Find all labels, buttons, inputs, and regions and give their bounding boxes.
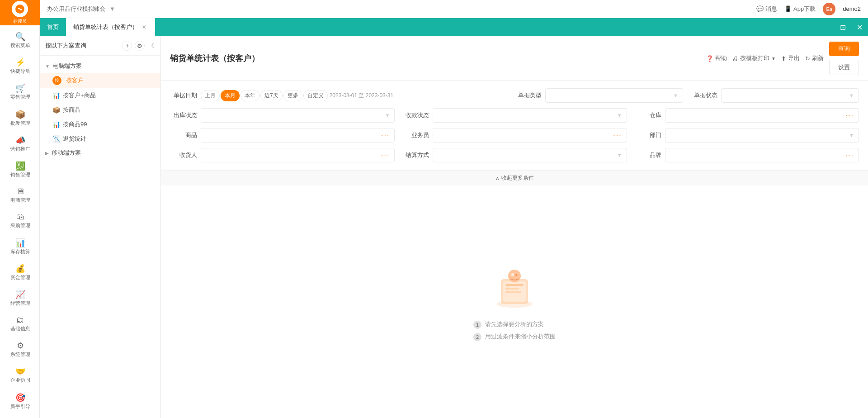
filter-doc-status-item: 单据状态 ▼ xyxy=(690,88,859,103)
by-goods-icon: 📦 xyxy=(52,106,60,114)
left-panel-actions: ＋ ⚙ 《 xyxy=(122,41,155,51)
empty-hint-2: 2 用过滤条件来缩小分析范围 xyxy=(473,332,556,341)
brand-control[interactable]: ··· xyxy=(665,148,859,162)
template-print-btn[interactable]: 🖨 按模板打印 ▼ xyxy=(732,54,776,62)
refresh-btn[interactable]: ↻ 刷新 xyxy=(805,54,824,62)
sidebar-item-sales[interactable]: 💹 销售管理 xyxy=(0,157,39,182)
desktop-group-header[interactable]: ▼ 电脑端方案 xyxy=(40,59,160,73)
sidebar-item-label-ecommerce: 电商管理 xyxy=(10,197,30,203)
tree-item-by-customer-goods[interactable]: 📊 按客户+商品 xyxy=(40,88,160,103)
export-btn[interactable]: ⬆ 导出 xyxy=(781,54,800,62)
sidebar-item-enterprise[interactable]: 🤝 企业协同 xyxy=(0,362,39,388)
sidebar-item-inventory[interactable]: 📊 库存核算 xyxy=(0,233,39,259)
tab-home-label: 首页 xyxy=(47,23,59,31)
filter-row-1: 单据日期 上月 本月 本年 近7天 更多 自定义 2023-03-01 至 20… xyxy=(170,88,859,103)
sidebar-item-label-purchase: 采购管理 xyxy=(10,223,30,228)
sidebar-item-label-sales: 销售管理 xyxy=(10,172,30,178)
main-area: 办公用品行业模拟账套 ▼ 💬 消息 📱 App下载 Ea demo2 首页 销货… xyxy=(40,0,868,418)
doc-type-label: 单据类型 xyxy=(514,91,542,100)
out-status-label: 出库状态 xyxy=(170,111,197,119)
current-year-btn[interactable]: 本年 xyxy=(241,90,259,101)
date-buttons: 上月 本月 本年 近7天 更多 自定义 xyxy=(201,90,328,101)
out-status-control[interactable]: ▼ xyxy=(201,108,395,123)
sidebar-item-system[interactable]: ⚙ 系统管理 xyxy=(0,336,39,362)
sidebar-item-wholesale[interactable]: 📦 批发管理 xyxy=(0,105,39,131)
doc-status-control[interactable]: ▼ xyxy=(721,88,859,103)
dropdown-arrow-icon[interactable]: ▼ xyxy=(109,5,115,12)
add-scheme-btn[interactable]: ＋ xyxy=(122,41,132,51)
tree-item-by-customer[interactable]: 按 按客户 xyxy=(40,73,160,88)
collapse-row: ∧ 收起更多条件 xyxy=(161,170,868,185)
prev-month-btn[interactable]: 上月 xyxy=(201,90,220,101)
settlement-control[interactable]: ▼ xyxy=(433,148,627,162)
doc-type-control[interactable]: ▼ xyxy=(545,88,683,103)
left-panel: 按以下方案查询 ＋ ⚙ 《 ▼ 电脑端方案 按 按客户 xyxy=(40,36,161,418)
tab-close-icon[interactable]: ✕ xyxy=(141,24,148,31)
sidebar-item-label-enterprise: 企业协同 xyxy=(10,377,30,383)
sidebar-item-quick-nav[interactable]: ⚡ 快捷导航 xyxy=(0,53,39,79)
tab-close-window-icon[interactable]: ✕ xyxy=(851,23,868,32)
logo-text: 标搜员 xyxy=(13,18,27,24)
mobile-group-header[interactable]: ▶ 移动端方案 xyxy=(40,146,160,160)
message-btn[interactable]: 💬 消息 xyxy=(756,5,777,13)
payment-status-control[interactable]: ▼ xyxy=(433,108,627,123)
tab-sales-stats[interactable]: 销货单统计表（按客户） ✕ xyxy=(66,18,155,36)
mobile-arrow-icon: ▶ xyxy=(45,151,49,156)
receiver-control[interactable]: ··· xyxy=(201,148,395,162)
custom-btn[interactable]: 自定义 xyxy=(303,90,328,101)
sidebar-item-icon-marketing: 📣 xyxy=(15,135,25,145)
sidebar-item-retail[interactable]: 🛒 零售管理 xyxy=(0,79,39,104)
current-month-btn[interactable]: 本月 xyxy=(221,90,240,101)
topbar: 办公用品行业模拟账套 ▼ 💬 消息 📱 App下载 Ea demo2 xyxy=(40,0,868,18)
help-btn[interactable]: ❓ 帮助 xyxy=(706,54,727,62)
salesperson-label: 业务员 xyxy=(402,131,429,139)
sidebar-item-ecommerce[interactable]: 🖥 电商管理 xyxy=(0,182,39,208)
svg-point-7 xyxy=(508,270,521,282)
app-download-btn[interactable]: 📱 App下载 xyxy=(784,5,816,13)
sidebar-item-basic[interactable]: 🗂 基础信息 xyxy=(0,311,39,336)
more-btn[interactable]: 更多 xyxy=(283,90,302,101)
sidebar-item-guide[interactable]: 🎯 新手引导 xyxy=(0,388,39,414)
salesperson-control[interactable]: ··· xyxy=(433,128,627,142)
hint-text-1: 请先选择要分析的方案 xyxy=(485,320,544,328)
avatar[interactable]: Ea xyxy=(823,3,835,15)
hint-num-2: 2 xyxy=(473,333,481,341)
tab-home[interactable]: 首页 xyxy=(40,18,66,36)
department-control[interactable]: ▼ xyxy=(665,128,859,142)
refund-stats-icon: 📉 xyxy=(52,135,60,142)
sidebar-item-label-retail: 零售管理 xyxy=(10,94,30,100)
filter-warehouse-item: 仓库 ··· xyxy=(634,108,859,123)
goods-control[interactable]: ··· xyxy=(201,128,395,142)
settings-btn[interactable]: 设置 xyxy=(829,60,859,75)
filter-settlement-item: 结算方式 ▼ xyxy=(402,148,627,162)
filter-payment-status-item: 收款状态 ▼ xyxy=(402,108,627,123)
warehouse-control[interactable]: ··· xyxy=(665,108,859,123)
tab-maximize-icon[interactable]: ⊡ xyxy=(835,23,851,32)
collapse-label: 收起更多条件 xyxy=(501,174,534,182)
settings-scheme-btn[interactable]: ⚙ xyxy=(135,41,145,51)
tree-item-by-goods-99[interactable]: 📊 按商品99 xyxy=(40,117,160,132)
filter-receiver-item: 收货人 ··· xyxy=(170,148,395,162)
sidebar-item-operations[interactable]: 📈 经营管理 xyxy=(0,285,39,311)
sidebar-item-search-menu[interactable]: 🔍 搜索菜单 xyxy=(0,27,39,53)
sidebar-item-marketing[interactable]: 📣 营销推广 xyxy=(0,131,39,157)
query-btn[interactable]: 查询 xyxy=(829,42,859,56)
empty-state: 1 请先选择要分析的方案 2 用过滤条件来缩小分析范围 xyxy=(161,185,868,418)
by-goods-label: 按商品 xyxy=(63,106,80,114)
sidebar-item-purchase[interactable]: 🛍 采购管理 xyxy=(0,208,39,233)
filter-row-2: 出库状态 ▼ 收款状态 ▼ 仓库 xyxy=(170,108,859,123)
payment-status-label: 收款状态 xyxy=(402,111,429,119)
svg-point-8 xyxy=(511,273,514,276)
sidebar-item-app-center[interactable]: 📱 应用中心 xyxy=(0,414,39,418)
by-customer-goods-label: 按客户+商品 xyxy=(63,91,96,100)
sidebar-item-finance[interactable]: 💰 资金管理 xyxy=(0,259,39,285)
sidebar-item-label-operations: 经营管理 xyxy=(10,300,30,306)
last-7-btn[interactable]: 近7天 xyxy=(260,90,283,101)
tree-item-refund-stats[interactable]: 📉 退货统计 xyxy=(40,132,160,146)
receiver-dots-icon: ··· xyxy=(381,151,390,159)
collapse-panel-btn[interactable]: 《 xyxy=(147,41,155,51)
collapse-btn[interactable]: ∧ 收起更多条件 xyxy=(495,174,534,182)
username[interactable]: demo2 xyxy=(843,5,861,12)
logo[interactable]: 标搜员 xyxy=(0,0,40,25)
tree-item-by-goods[interactable]: 📦 按商品 xyxy=(40,103,160,117)
